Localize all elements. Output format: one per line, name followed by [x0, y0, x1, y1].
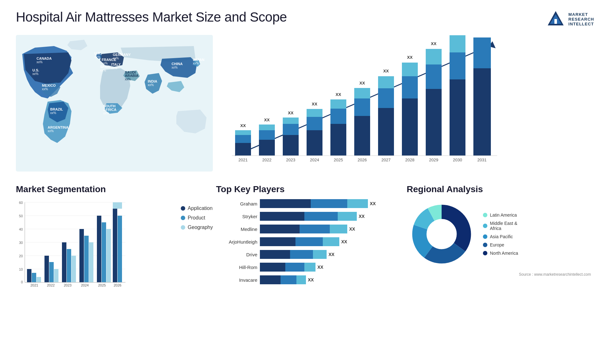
- svg-rect-21: [354, 116, 370, 156]
- player-bar-inner-medline: [260, 225, 347, 233]
- player-name-graham: Graham: [216, 201, 257, 206]
- player-bar-arjo: XX: [260, 237, 400, 246]
- player-name-drive: Drive: [216, 252, 257, 257]
- svg-rect-36: [426, 89, 442, 156]
- italy-label: ITALY: [111, 63, 121, 66]
- svg-rect-70: [49, 262, 54, 282]
- svg-rect-31: [402, 98, 418, 156]
- svg-text:2029: 2029: [429, 158, 438, 162]
- svg-rect-65: [27, 269, 31, 282]
- spain-value: xx%: [100, 69, 106, 72]
- svg-rect-41: [450, 79, 465, 156]
- player-xx-arjo: XX: [341, 239, 347, 244]
- bar-chart-section: XX 2021 XX 2022 XX 2023 XX 2024: [213, 32, 594, 181]
- player-bar-hillrom: XX: [260, 263, 400, 272]
- canada-label: CANADA: [37, 57, 52, 60]
- svg-rect-18: [330, 99, 346, 109]
- player-xx-invacare: XX: [308, 277, 314, 282]
- mexico-label: MEXICO: [42, 84, 56, 87]
- bar-2021-label: XX: [240, 123, 246, 128]
- player-row-arjo: ArjoHuntleigh XX: [216, 237, 400, 246]
- player-xx-drive: XX: [329, 252, 335, 257]
- saudi-label2: ARABIA: [125, 74, 139, 78]
- segmentation-title: Market Segmentation: [16, 184, 213, 194]
- svg-rect-83: [106, 229, 111, 282]
- player-bar-inner-invacare: [260, 275, 306, 284]
- svg-rect-87: [113, 202, 122, 209]
- svg-rect-43: [450, 35, 465, 52]
- player-bar-inner-stryker: [260, 212, 357, 221]
- svg-text:XX: XX: [359, 81, 365, 85]
- us-value: xx%: [32, 72, 38, 76]
- germany-label: GERMANY: [113, 53, 131, 57]
- bar-2021-seg1: [235, 143, 251, 156]
- player-bar-medline: XX: [260, 225, 400, 233]
- map-section: CANADA xx% U.S. xx% MEXICO xx% BRAZIL xx…: [16, 32, 213, 181]
- legend-latin-america: Latin America: [483, 212, 518, 218]
- player-row-hillrom: Hill-Rom XX: [216, 263, 400, 272]
- bar-2022-label: XX: [264, 118, 270, 122]
- player-name-invacare: Invacare: [216, 277, 257, 283]
- player-row-graham: Graham XX: [216, 199, 400, 208]
- svg-rect-77: [79, 229, 84, 282]
- geography-dot: [181, 225, 185, 230]
- latin-america-label: Latin America: [490, 212, 517, 218]
- svg-rect-11: [307, 130, 322, 156]
- svg-rect-2: [554, 19, 557, 24]
- north-america-dot: [483, 251, 487, 255]
- bottom-right: Top Key Players Graham XX: [213, 181, 594, 361]
- svg-rect-6: [283, 135, 299, 156]
- svg-rect-17: [330, 109, 346, 124]
- asia-pacific-dot: [483, 234, 487, 239]
- logo-text: MARKET RESEARCH INTELLECT: [568, 12, 594, 26]
- svg-text:2024: 2024: [81, 283, 89, 287]
- svg-rect-82: [102, 222, 106, 282]
- svg-text:2030: 2030: [453, 158, 462, 162]
- svg-rect-67: [37, 277, 41, 282]
- svg-text:XX: XX: [383, 69, 389, 73]
- player-bar-inner-hillrom: [260, 263, 315, 272]
- regional-section: Regional Analysis: [403, 181, 594, 361]
- japan-value: xx%: [193, 62, 199, 65]
- svg-rect-66: [32, 273, 36, 282]
- svg-rect-28: [378, 76, 394, 88]
- svg-point-96: [427, 219, 457, 249]
- svg-text:2027: 2027: [382, 158, 391, 162]
- bar-2022-seg1: [259, 140, 275, 156]
- player-bar-graham: XX: [260, 199, 400, 208]
- svg-text:60: 60: [19, 201, 23, 205]
- uk-label: U.K.: [94, 51, 101, 55]
- legend-europe: Europe: [483, 242, 518, 247]
- mea-dot: [483, 224, 487, 228]
- year-2021: 2021: [239, 158, 248, 162]
- svg-text:XX: XX: [479, 35, 485, 35]
- player-row-drive: Drive XX: [216, 250, 400, 259]
- svg-rect-71: [54, 269, 58, 282]
- svg-rect-38: [426, 49, 442, 64]
- svg-rect-78: [84, 236, 89, 282]
- india-value: xx%: [148, 83, 154, 87]
- us-label: U.S.: [32, 68, 39, 72]
- logo-area: MARKET RESEARCH INTELLECT: [546, 10, 594, 29]
- player-row-medline: Medline XX: [216, 225, 400, 233]
- svg-text:2026: 2026: [358, 158, 367, 162]
- svg-rect-8: [283, 118, 299, 124]
- svg-rect-79: [89, 242, 93, 282]
- svg-text:XX: XX: [336, 92, 341, 97]
- svg-text:2021: 2021: [30, 283, 38, 287]
- segmentation-container: 60 50 40 30 20 10 0: [16, 199, 213, 301]
- regional-title: Regional Analysis: [407, 184, 591, 194]
- svg-rect-22: [354, 98, 370, 116]
- svg-text:XX: XX: [407, 55, 413, 60]
- player-xx-stryker: XX: [359, 214, 365, 219]
- player-name-arjo: ArjoHuntleigh: [216, 239, 257, 245]
- north-america-label: North America: [490, 251, 518, 256]
- bar-2022-seg2: [259, 130, 275, 140]
- svg-text:2025: 2025: [98, 283, 106, 287]
- europe-dot: [483, 243, 487, 247]
- page-header: Hospital Air Mattresses Market Size and …: [0, 0, 610, 32]
- bar-chart-container: XX 2021 XX 2022 XX 2023 XX 2024: [219, 35, 588, 172]
- china-value: xx%: [172, 66, 178, 69]
- player-row-invacare: Invacare XX: [216, 275, 400, 284]
- svg-rect-16: [330, 124, 346, 156]
